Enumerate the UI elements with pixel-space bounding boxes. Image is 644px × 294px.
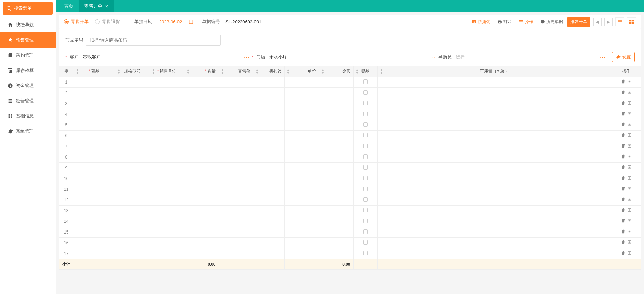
cell-amount[interactable] bbox=[319, 237, 353, 248]
cell-gift[interactable] bbox=[353, 120, 377, 130]
cell-product[interactable] bbox=[74, 130, 115, 141]
insert-row-button[interactable] bbox=[626, 187, 633, 192]
cell-discount[interactable] bbox=[253, 184, 284, 195]
cell-spec[interactable] bbox=[115, 152, 150, 162]
delete-row-button[interactable] bbox=[620, 177, 626, 181]
delete-row-button[interactable] bbox=[620, 252, 626, 256]
cell-available[interactable] bbox=[377, 98, 612, 109]
col-available[interactable]: ▲▼可用量（包装） bbox=[377, 66, 612, 77]
cell-price[interactable] bbox=[284, 152, 319, 162]
cell-unit[interactable] bbox=[150, 237, 184, 248]
table-row[interactable]: 2 bbox=[59, 87, 641, 98]
checkbox-icon[interactable] bbox=[363, 144, 368, 148]
checkbox-icon[interactable] bbox=[363, 219, 368, 223]
cell-available[interactable] bbox=[377, 184, 612, 195]
delete-row-button[interactable] bbox=[620, 241, 626, 246]
cell-product[interactable] bbox=[74, 237, 115, 248]
cell-retail-price[interactable] bbox=[219, 98, 253, 109]
cell-available[interactable] bbox=[377, 205, 612, 216]
sidebar-item-system[interactable]: 系统管理 bbox=[0, 124, 56, 139]
table-row[interactable]: 15 bbox=[59, 227, 641, 237]
col-settings[interactable] bbox=[59, 66, 74, 77]
delete-row-button[interactable] bbox=[620, 187, 626, 192]
guide-more-button[interactable]: ··· bbox=[598, 55, 608, 60]
cell-available[interactable] bbox=[377, 120, 612, 130]
checkbox-icon[interactable] bbox=[363, 208, 368, 212]
cell-retail-price[interactable] bbox=[219, 227, 253, 237]
sidebar-item-quicknav[interactable]: 快捷导航 bbox=[0, 17, 56, 32]
cell-price[interactable] bbox=[284, 173, 319, 184]
cell-gift[interactable] bbox=[353, 248, 377, 259]
cell-gift[interactable] bbox=[353, 130, 377, 141]
cell-unit[interactable] bbox=[150, 98, 184, 109]
table-row[interactable]: 1 bbox=[59, 77, 641, 87]
cell-product[interactable] bbox=[74, 227, 115, 237]
cell-qty[interactable] bbox=[184, 77, 219, 87]
delete-row-button[interactable] bbox=[620, 134, 626, 139]
cell-price[interactable] bbox=[284, 227, 319, 237]
cell-discount[interactable] bbox=[253, 216, 284, 227]
cell-qty[interactable] bbox=[184, 152, 219, 162]
cell-price[interactable] bbox=[284, 87, 319, 98]
cell-retail-price[interactable] bbox=[219, 162, 253, 173]
customer-more-button[interactable]: ··· bbox=[242, 55, 252, 60]
cell-price[interactable] bbox=[284, 98, 319, 109]
checkbox-icon[interactable] bbox=[363, 112, 368, 116]
cell-retail-price[interactable] bbox=[219, 195, 253, 205]
cell-available[interactable] bbox=[377, 248, 612, 259]
cell-product[interactable] bbox=[74, 152, 115, 162]
cell-product[interactable] bbox=[74, 216, 115, 227]
cell-qty[interactable] bbox=[184, 205, 219, 216]
list-view-button[interactable] bbox=[615, 17, 624, 26]
cell-amount[interactable] bbox=[319, 162, 353, 173]
cell-amount[interactable] bbox=[319, 141, 353, 152]
cell-retail-price[interactable] bbox=[219, 141, 253, 152]
sidebar-item-funds[interactable]: 资金管理 bbox=[0, 78, 56, 93]
batch-button[interactable]: 批发开单 bbox=[567, 17, 590, 27]
cell-retail-price[interactable] bbox=[219, 173, 253, 184]
cell-price[interactable] bbox=[284, 141, 319, 152]
cell-unit[interactable] bbox=[150, 130, 184, 141]
cell-product[interactable] bbox=[74, 248, 115, 259]
cell-amount[interactable] bbox=[319, 195, 353, 205]
insert-row-button[interactable] bbox=[626, 166, 633, 171]
cell-available[interactable] bbox=[377, 77, 612, 87]
cell-available[interactable] bbox=[377, 162, 612, 173]
cell-spec[interactable] bbox=[115, 195, 150, 205]
checkbox-icon[interactable] bbox=[363, 197, 368, 202]
cell-gift[interactable] bbox=[353, 141, 377, 152]
cell-qty[interactable] bbox=[184, 184, 219, 195]
cell-qty[interactable] bbox=[184, 87, 219, 98]
table-row[interactable]: 7 bbox=[59, 141, 641, 152]
tab-retail[interactable]: 零售开单✕ bbox=[79, 0, 114, 12]
print-button[interactable]: 打印 bbox=[494, 18, 515, 26]
col-retail-price[interactable]: ▲▼零售价 bbox=[219, 66, 253, 77]
cell-available[interactable] bbox=[377, 152, 612, 162]
cell-gift[interactable] bbox=[353, 173, 377, 184]
insert-row-button[interactable] bbox=[626, 134, 633, 139]
table-row[interactable]: 16 bbox=[59, 237, 641, 248]
shortcut-button[interactable]: 快捷键 bbox=[469, 18, 493, 26]
cell-amount[interactable] bbox=[319, 109, 353, 120]
col-discount[interactable]: ▲▼折扣% bbox=[253, 66, 284, 77]
cell-qty[interactable] bbox=[184, 162, 219, 173]
cell-qty[interactable] bbox=[184, 248, 219, 259]
cell-gift[interactable] bbox=[353, 195, 377, 205]
cell-gift[interactable] bbox=[353, 98, 377, 109]
cell-available[interactable] bbox=[377, 87, 612, 98]
table-row[interactable]: 4 bbox=[59, 109, 641, 120]
table-row[interactable]: 6 bbox=[59, 130, 641, 141]
cell-spec[interactable] bbox=[115, 216, 150, 227]
cell-price[interactable] bbox=[284, 120, 319, 130]
cell-amount[interactable] bbox=[319, 173, 353, 184]
cell-amount[interactable] bbox=[319, 77, 353, 87]
cell-price[interactable] bbox=[284, 248, 319, 259]
search-menu-button[interactable]: 搜索菜单 bbox=[3, 2, 53, 15]
cell-discount[interactable] bbox=[253, 173, 284, 184]
mode-radio-return[interactable]: 零售退货 bbox=[95, 19, 120, 25]
cell-discount[interactable] bbox=[253, 152, 284, 162]
cell-spec[interactable] bbox=[115, 120, 150, 130]
insert-row-button[interactable] bbox=[626, 144, 633, 149]
col-qty[interactable]: ▲▼*数量 bbox=[184, 66, 219, 77]
insert-row-button[interactable] bbox=[626, 209, 633, 214]
